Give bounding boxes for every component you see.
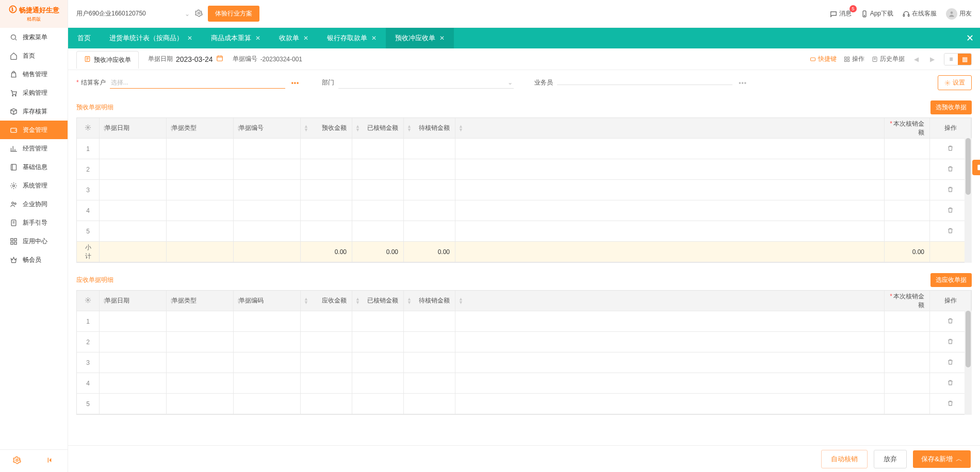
sidebar-item-label: 搜索菜单 — [23, 33, 47, 42]
col-pre[interactable]: ▲▼预收金额 — [301, 118, 352, 139]
col-date[interactable]: ▲▼单据日期 — [100, 118, 167, 139]
close-icon[interactable]: ✕ — [187, 35, 192, 42]
shortcut-link[interactable]: 快捷键 — [810, 55, 837, 63]
sidebar-item-10[interactable]: 新手引导 — [0, 213, 68, 232]
tab-2[interactable]: 商品成本重算✕ — [202, 28, 270, 48]
sidebar-item-12[interactable]: 畅会员 — [0, 250, 68, 269]
table-row[interactable]: 2 — [77, 159, 971, 180]
table-row[interactable]: 5 — [77, 394, 971, 414]
col-code[interactable]: ▲▼单据编码 — [234, 291, 301, 311]
settings-button[interactable]: 设置 — [938, 75, 972, 90]
try-plan-button[interactable]: 体验行业方案 — [208, 6, 259, 22]
trash-icon[interactable] — [947, 401, 954, 408]
view-toggle[interactable]: ≡ ▦ — [944, 53, 972, 65]
discard-button[interactable]: 放弃 — [874, 450, 907, 468]
table1-scrollbar[interactable] — [965, 138, 972, 263]
trash-icon[interactable] — [947, 228, 954, 235]
tab-1[interactable]: 进货单统计表（按商品）✕ — [100, 28, 202, 48]
table-row[interactable]: 3 — [77, 352, 971, 373]
operate-link[interactable]: 操作 — [844, 55, 864, 63]
auto-verify-button[interactable]: 自动核销 — [821, 450, 868, 468]
sales-input[interactable] — [557, 80, 732, 85]
close-icon[interactable]: ✕ — [255, 35, 260, 42]
sidebar-item-11[interactable]: 应用中心 — [0, 232, 68, 250]
col-type[interactable]: ▲▼单据类型 — [167, 291, 234, 311]
trash-icon[interactable] — [947, 146, 954, 153]
tab-5[interactable]: 预收冲应收单✕ — [386, 28, 454, 48]
trash-icon[interactable] — [947, 380, 954, 387]
col-cur[interactable]: *本次核销金额 — [885, 118, 930, 139]
close-icon[interactable]: ✕ — [439, 35, 445, 42]
customer-picker-icon[interactable]: ••• — [289, 79, 302, 87]
sidebar-item-4[interactable]: 库存核算 — [0, 102, 68, 121]
code-label: 单据编号 — [233, 55, 257, 63]
close-icon[interactable]: ✕ — [303, 35, 308, 42]
col-settings-icon[interactable] — [77, 291, 100, 311]
sidebar-item-9[interactable]: 企业协同 — [0, 195, 68, 213]
trash-icon[interactable] — [947, 166, 954, 174]
trash-icon[interactable] — [947, 208, 954, 215]
app-download-label: App下载 — [870, 9, 893, 18]
customer-service-link[interactable]: 在线客服 — [903, 9, 937, 18]
tab-3[interactable]: 收款单✕ — [270, 28, 318, 48]
tab-4[interactable]: 银行存取款单✕ — [318, 28, 386, 48]
history-link[interactable]: 历史单据 — [872, 55, 905, 63]
close-all-icon[interactable]: ✕ — [959, 28, 980, 48]
table-row[interactable]: 4 — [77, 200, 971, 221]
collapse-icon[interactable] — [46, 456, 55, 466]
sidebar-item-3[interactable]: 采购管理 — [0, 83, 68, 102]
table2-scrollbar[interactable] — [965, 311, 972, 415]
col-settings-icon[interactable] — [77, 118, 100, 139]
col-pend[interactable]: ▲▼待核销金额 — [404, 291, 455, 311]
trash-icon[interactable] — [947, 339, 954, 346]
messages-link[interactable]: 消息 5 — [830, 9, 852, 18]
sidebar-item-2[interactable]: 销售管理 — [0, 65, 68, 83]
col-ver[interactable]: ▲▼已核销金额 — [352, 291, 404, 311]
prev-doc-icon[interactable]: ◀ — [912, 56, 921, 63]
table-row[interactable]: 1 — [77, 139, 971, 159]
sidebar-item-5[interactable]: 资金管理 — [0, 121, 68, 139]
col-type[interactable]: ▲▼单据类型 — [167, 118, 234, 139]
org-settings-icon[interactable] — [195, 9, 203, 19]
trash-icon[interactable] — [947, 360, 954, 367]
tab-0[interactable]: 首页 — [68, 28, 100, 48]
customer-input[interactable] — [110, 77, 285, 89]
trash-icon[interactable] — [947, 187, 954, 194]
col-date[interactable]: ▲▼单据日期 — [100, 291, 167, 311]
user-menu[interactable]: 用友 — [946, 8, 972, 20]
table-row[interactable]: 5 — [77, 221, 971, 242]
col-cur[interactable]: *本次核销金额 — [885, 291, 930, 311]
view-list-icon[interactable]: ≡ — [944, 54, 958, 65]
side-floater-icon[interactable] — [972, 160, 980, 175]
table-row[interactable]: 2 — [77, 332, 971, 352]
next-doc-icon[interactable]: ▶ — [928, 56, 937, 63]
dept-select[interactable]: ⌄ — [338, 77, 514, 89]
sidebar-item-8[interactable]: 系统管理 — [0, 176, 68, 195]
table-row[interactable]: 3 — [77, 180, 971, 200]
col-code[interactable]: ▲▼单据编号 — [234, 118, 301, 139]
org-select[interactable]: 用户690企业1660120750 ⌄ — [76, 9, 190, 18]
calendar-icon[interactable] — [216, 55, 223, 63]
date-value[interactable]: 2023-03-24 — [176, 55, 213, 63]
app-download-link[interactable]: App下载 — [861, 9, 893, 18]
doc-tab[interactable]: 预收冲应收单 — [76, 51, 139, 69]
select-receivable-button[interactable]: 选应收单据 — [930, 273, 972, 287]
col-recv[interactable]: ▲▼应收金额 — [301, 291, 352, 311]
trash-icon[interactable] — [947, 318, 954, 326]
sidebar-item-6[interactable]: 经营管理 — [0, 139, 68, 158]
sidebar-item-0[interactable]: 搜索菜单 — [0, 28, 68, 46]
sidebar-item-7[interactable]: 基础信息 — [0, 158, 68, 176]
select-prepay-button[interactable]: 选预收单据 — [930, 100, 972, 114]
col-pend[interactable]: ▲▼待核销金额 — [404, 118, 455, 139]
table-row[interactable]: 4 — [77, 373, 971, 394]
close-icon[interactable]: ✕ — [371, 35, 377, 42]
dept-field: 部门 ⌄ — [322, 77, 514, 89]
table-row[interactable]: 1 — [77, 311, 971, 332]
settings-icon[interactable] — [13, 456, 21, 466]
save-new-button[interactable]: 保存&新增︿ — [913, 450, 971, 468]
sidebar-item-1[interactable]: 首页 — [0, 46, 68, 65]
tab-label: 银行存取款单 — [327, 33, 367, 43]
sales-picker-icon[interactable]: ••• — [737, 79, 749, 87]
view-form-icon[interactable]: ▦ — [958, 54, 971, 65]
col-ver[interactable]: ▲▼已核销金额 — [352, 118, 404, 139]
